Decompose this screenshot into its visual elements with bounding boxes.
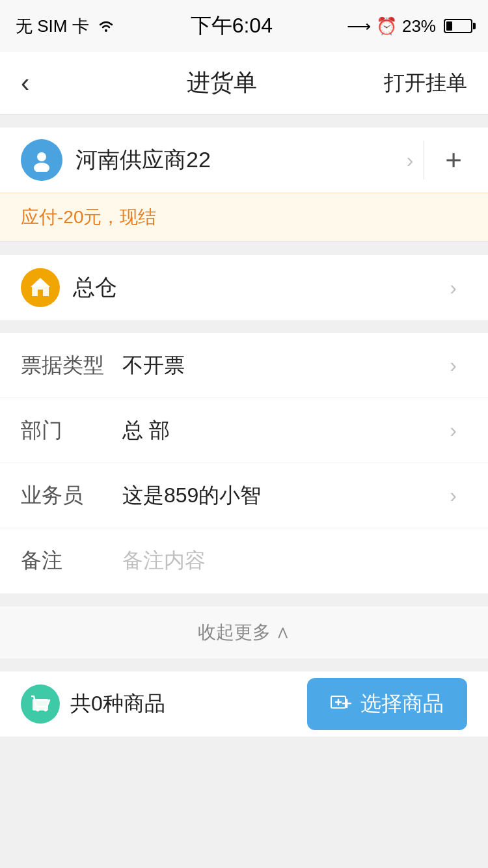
form-section: 票据类型 不开票 › 部门 总 部 › 业务员 这是859的小智 › 备注 备注… [0, 333, 488, 593]
gap-1 [0, 115, 488, 128]
department-label: 部门 [21, 416, 112, 445]
svg-point-8 [44, 709, 47, 712]
main-content: 河南供应商22 › + 应付-20元，现结 总仓 › 票据类型 不开票 › 部门 [0, 115, 488, 868]
status-time: 下午6:04 [191, 12, 273, 40]
status-bar: 无 SIM 卡 下午6:04 ⟶ ⏰ 23% [0, 0, 488, 52]
invoice-type-value: 不开票 [112, 351, 450, 380]
svg-point-2 [34, 163, 49, 172]
divider [424, 141, 424, 180]
remark-row[interactable]: 备注 备注内容 [0, 528, 488, 593]
department-chevron-icon: › [450, 418, 457, 442]
add-button[interactable]: + [440, 144, 467, 176]
invoice-type-label: 票据类型 [21, 351, 112, 380]
nav-bar: ‹ 进货单 打开挂单 [0, 52, 488, 115]
svg-point-0 [105, 29, 107, 32]
department-value: 总 部 [112, 416, 450, 445]
warehouse-section[interactable]: 总仓 › [0, 255, 488, 320]
svg-rect-4 [38, 290, 43, 296]
warehouse-icon [21, 268, 60, 307]
home-icon [29, 277, 51, 299]
remark-label: 备注 [21, 547, 112, 575]
carrier-text: 无 SIM 卡 [16, 15, 89, 38]
svg-marker-5 [31, 278, 50, 287]
wifi-icon [96, 18, 116, 34]
supplier-chevron-icon: › [407, 148, 414, 172]
select-product-label: 选择商品 [360, 690, 444, 718]
warehouse-chevron-icon: › [450, 276, 457, 300]
svg-point-7 [36, 709, 40, 712]
supplier-name: 河南供应商22 [75, 145, 407, 175]
department-row[interactable]: 部门 总 部 › [0, 398, 488, 463]
product-count: 共0种商品 [70, 690, 307, 718]
svg-point-1 [37, 152, 46, 161]
back-button[interactable]: ‹ [21, 68, 60, 98]
collapse-row[interactable]: 收起更多 ∧ [0, 606, 488, 658]
status-carrier: 无 SIM 卡 [16, 15, 116, 38]
invoice-type-chevron-icon: › [450, 353, 457, 377]
supplier-avatar [21, 139, 62, 181]
select-product-button[interactable]: 选择商品 [307, 678, 467, 730]
bottom-bar: 共0种商品 选择商品 [0, 671, 488, 737]
person-icon [30, 148, 53, 172]
salesman-label: 业务员 [21, 481, 112, 510]
salesman-value: 这是859的小智 [112, 481, 450, 510]
add-product-icon [331, 693, 353, 711]
product-icon [21, 685, 60, 724]
notice-bar: 应付-20元，现结 [0, 193, 488, 242]
battery-percent: 23% [402, 16, 436, 36]
alarm-icon: ⏰ [376, 16, 397, 36]
invoice-type-row[interactable]: 票据类型 不开票 › [0, 333, 488, 398]
collapse-label: 收起更多 ∧ [198, 620, 291, 645]
battery-icon [444, 19, 472, 33]
page-title: 进货单 [187, 67, 257, 99]
warehouse-name: 总仓 [73, 273, 450, 303]
salesman-row[interactable]: 业务员 这是859的小智 › [0, 463, 488, 528]
remark-input[interactable]: 备注内容 [112, 547, 467, 575]
cart-icon [29, 692, 52, 716]
notice-text: 应付-20元，现结 [21, 207, 156, 227]
open-pending-button[interactable]: 打开挂单 [384, 69, 467, 98]
location-icon: ⟶ [347, 16, 371, 36]
status-indicators: ⟶ ⏰ 23% [347, 16, 472, 36]
select-product-icon [331, 693, 353, 716]
salesman-chevron-icon: › [450, 483, 457, 508]
supplier-section[interactable]: 河南供应商22 › + [0, 128, 488, 193]
